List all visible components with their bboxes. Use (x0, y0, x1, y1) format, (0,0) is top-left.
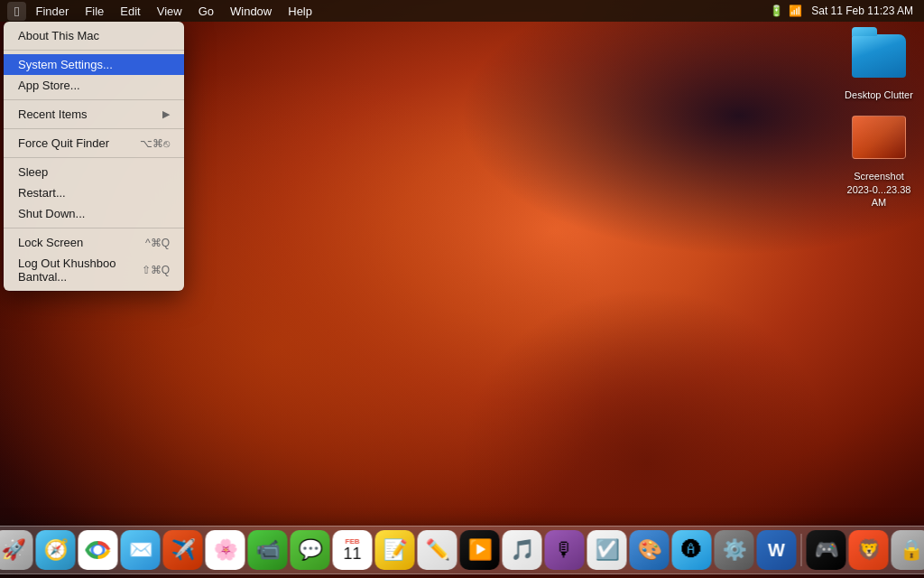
desktop-icon-screenshot-label: Screenshot2023-0...23.38 AM (843, 170, 915, 209)
dock-separator (801, 534, 802, 566)
menubar-wifi-icon: 📶 (789, 5, 802, 17)
dock-icon-photos[interactable]: 🌸 (206, 530, 245, 570)
menu-separator-4 (4, 157, 184, 158)
dock-icon-chrome[interactable] (79, 530, 118, 570)
recent-items-arrow: ▶ (162, 108, 170, 120)
dock-icon-keynote[interactable]: 🎨 (630, 530, 670, 570)
menubar-left:  Finder File Edit View Go Window Help (7, 2, 319, 21)
dock-icon-music[interactable]: 🎵 (503, 530, 542, 570)
dock-icon-safari[interactable]: 🧭 (36, 530, 76, 570)
menu-item-app-store[interactable]: App Store... (4, 75, 184, 96)
menu-item-sleep[interactable]: Sleep (4, 162, 184, 182)
dock-icon-mail[interactable]: ✉️ (121, 530, 161, 570)
logout-shortcut: ⇧⌘Q (142, 264, 170, 276)
menu-item-restart[interactable]: Restart... (4, 182, 184, 203)
desktop-icons-area: Desktop Clutter Screenshot2023-0...23.38… (843, 27, 915, 209)
desktop-icon-screenshot[interactable]: Screenshot2023-0...23.38 AM (843, 108, 915, 209)
menubar-go[interactable]: Go (191, 3, 221, 20)
calendar-day: 11 (343, 545, 361, 562)
dock-icon-notes[interactable]: 📝 (375, 530, 415, 570)
dock-icon-facetime[interactable]: 📹 (248, 530, 288, 570)
menu-item-logout[interactable]: Log Out Khushboo Bantval... ⇧⌘Q (4, 253, 184, 287)
menu-item-recent-items[interactable]: Recent Items ▶ (4, 104, 184, 125)
dock-icon-brave[interactable]: 🦁 (849, 530, 889, 570)
dock-icon-systemprefs[interactable]: ⚙️ (715, 530, 754, 570)
menubar-view[interactable]: View (150, 3, 189, 20)
dock-icon-launchpad[interactable]: 🚀 (0, 530, 33, 570)
dock-icon-reminders[interactable]: ☑️ (587, 530, 627, 570)
apple-dropdown-menu: About This Mac System Settings... App St… (4, 22, 184, 291)
dock: 🔍 🚀 🧭 ✉️ ✈️ 🌸 📹 💬 FEB 11 📝 ✏️ ▶️ 🎵 🎙 ☑️ … (0, 526, 924, 574)
menu-item-shutdown[interactable]: Shut Down... (4, 203, 184, 224)
menubar-help[interactable]: Help (281, 3, 319, 20)
dock-icon-airmail[interactable]: ✈️ (163, 530, 203, 570)
dock-icon-appstore[interactable]: 🅐 (672, 530, 712, 570)
menu-item-lock-screen[interactable]: Lock Screen ^⌘Q (4, 232, 184, 253)
menu-separator-1 (4, 50, 184, 51)
menubar-right: 🔋 📶 Sat 11 Feb 11:23 AM (770, 3, 917, 19)
desktop-icon-clutter[interactable]: Desktop Clutter (843, 27, 915, 101)
calendar-date-display: FEB 11 (343, 538, 361, 562)
menu-item-system-settings[interactable]: System Settings... (4, 54, 184, 75)
dock-icon-word[interactable]: W (757, 530, 797, 570)
menu-separator-5 (4, 228, 184, 228)
folder-icon-clutter (850, 27, 908, 85)
menubar-battery-icon: 🔋 (770, 5, 783, 17)
folder-shape (852, 34, 906, 78)
desktop:  Finder File Edit View Go Window Help 🔋… (0, 0, 924, 578)
dock-icon-messages[interactable]: 💬 (291, 530, 330, 570)
menu-item-force-quit[interactable]: Force Quit Finder ⌥⌘⎋ (4, 133, 184, 154)
force-quit-shortcut: ⌥⌘⎋ (140, 137, 170, 150)
screenshot-thumbnail (852, 116, 906, 159)
dock-icon-podcasts[interactable]: 🎙 (545, 530, 585, 570)
menu-separator-2 (4, 99, 184, 100)
dock-icon-calendar[interactable]: FEB 11 (333, 530, 373, 570)
screenshot-icon (850, 108, 908, 166)
menubar-window[interactable]: Window (223, 3, 279, 20)
dock-icon-appletv[interactable]: ▶️ (460, 530, 500, 570)
svg-point-1 (94, 545, 103, 555)
lock-screen-shortcut: ^⌘Q (145, 237, 170, 249)
menu-separator-3 (4, 128, 184, 129)
desktop-icon-clutter-label: Desktop Clutter (845, 89, 913, 101)
dock-icon-freeform[interactable]: ✏️ (418, 530, 457, 570)
menubar-datetime: Sat 11 Feb 11:23 AM (808, 3, 917, 19)
dock-icon-keychain[interactable]: 🔒 (892, 530, 925, 570)
menu-item-about[interactable]: About This Mac (4, 25, 184, 46)
menubar:  Finder File Edit View Go Window Help 🔋… (0, 0, 924, 22)
menubar-edit[interactable]: Edit (113, 3, 147, 20)
menubar-file[interactable]: File (78, 3, 111, 20)
apple-menu-trigger[interactable]:  (7, 2, 26, 21)
dock-icon-arcade[interactable]: 🎮 (807, 530, 846, 570)
menubar-finder[interactable]: Finder (28, 3, 76, 20)
